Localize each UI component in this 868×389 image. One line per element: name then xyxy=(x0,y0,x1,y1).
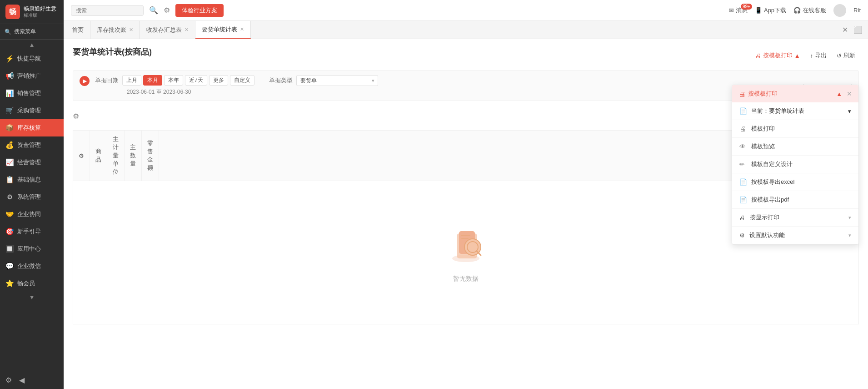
current-template-label: 当前：要货单统计表 xyxy=(751,107,804,115)
dropdown-item-template-custom[interactable]: ✏ 模板自定义设计 xyxy=(732,156,858,173)
tab-order-stats[interactable]: 要货单统计表 ✕ xyxy=(195,21,251,39)
filter-row-type: 单据类型 要货单 xyxy=(269,75,378,86)
sidebar-item-enterprise[interactable]: 🤝 企业协同 xyxy=(0,206,64,223)
dropdown-item-display-print[interactable]: 🖨 按显示打印 ▾ xyxy=(732,209,858,227)
sidebar-item-purchase[interactable]: 🛒 采购管理 xyxy=(0,102,64,119)
refresh-icon: ↺ xyxy=(837,52,842,59)
print-template-btn[interactable]: 🖨 按模板打印 ▲ xyxy=(752,49,804,62)
date-btn-custom[interactable]: 自定义 xyxy=(230,75,254,86)
sidebar-item-label: 基础信息 xyxy=(17,176,41,184)
sidebar-item-vip[interactable]: ⭐ 畅会员 xyxy=(0,275,64,292)
filter-group-type: 单据类型 要货单 xyxy=(269,75,378,86)
display-print-icon: 🖨 xyxy=(739,214,745,221)
refresh-btn[interactable]: ↺ 刷新 xyxy=(833,49,859,62)
tab-order-stats-close[interactable]: ✕ xyxy=(240,26,244,32)
tab-receipt-summary-close[interactable]: ✕ xyxy=(185,27,189,33)
tab-receipt-summary[interactable]: 收发存汇总表 ✕ xyxy=(140,21,195,39)
page-title: 要货单统计表(按商品) xyxy=(73,46,152,57)
sidebar-item-quick-nav[interactable]: ⚡ 快捷导航 xyxy=(0,50,64,67)
app-name: 畅康通好生意 标准版 xyxy=(24,5,56,19)
message-icon: ✉ xyxy=(729,7,734,14)
tab-order-stats-label: 要货单统计表 xyxy=(202,25,237,34)
dropdown-title: 按模板打印 xyxy=(748,90,778,98)
type-select-wrap: 要货单 xyxy=(296,75,378,86)
dropdown-item-export-excel[interactable]: 📄 按模板导出excel xyxy=(732,173,858,191)
table-header-unit: 主计量单位 xyxy=(107,131,125,181)
table-settings-btn[interactable]: ⚙ xyxy=(73,112,79,121)
filter-row-date-range: 2023-06-01 至 2023-06-30 xyxy=(95,88,254,96)
maximize-btn[interactable]: ⬜ xyxy=(852,25,864,35)
empty-text: 暂无数据 xyxy=(453,275,479,283)
table-header-retail-amount: 零售金额 xyxy=(142,131,159,181)
sidebar-item-app-center[interactable]: 🔲 应用中心 xyxy=(0,240,64,258)
sidebar-item-guide[interactable]: 🎯 新手引导 xyxy=(0,223,64,240)
dropdown-close-btn[interactable]: ✕ xyxy=(847,90,852,97)
date-btn-prev-month[interactable]: 上月 xyxy=(122,75,141,86)
table-header-quantity: 主数量 xyxy=(125,131,142,181)
topbar-right: ✉ 消息 99+ 📱 App下载 🎧 在线客服 Rit xyxy=(729,4,861,17)
sidebar-item-label: 企业微信 xyxy=(17,262,41,270)
sidebar-item-system[interactable]: ⚙ 系统管理 xyxy=(0,188,64,206)
online-service-btn[interactable]: 🎧 在线客服 xyxy=(793,6,826,15)
type-select[interactable]: 要货单 xyxy=(296,75,378,86)
sidebar-item-label: 采购管理 xyxy=(17,106,41,115)
basic-info-icon: 📋 xyxy=(5,176,14,184)
dropdown-item-template-print[interactable]: 🖨 模板打印 xyxy=(732,120,858,138)
marketing-icon: 📢 xyxy=(5,72,14,80)
template-preview-icon: 👁 xyxy=(739,143,747,150)
app-logo-icon: 畅 xyxy=(5,5,20,19)
export-btn[interactable]: ↑ 导出 xyxy=(807,49,831,62)
service-icon: 🎧 xyxy=(793,7,801,14)
sidebar-item-wechat[interactable]: 💬 企业微信 xyxy=(0,258,64,275)
sidebar-item-label: 新手引导 xyxy=(17,227,41,236)
quick-nav-icon: ⚡ xyxy=(5,55,14,63)
sidebar-item-label: 销售管理 xyxy=(17,89,41,97)
sidebar-item-finance[interactable]: 💰 资金管理 xyxy=(0,136,64,154)
date-btn-more[interactable]: 更多 xyxy=(209,75,228,86)
tab-batch-ledger-label: 库存批次账 xyxy=(97,26,126,34)
sidebar-navigation: ▲ ⚡ 快捷导航 📢 营销推广 📊 销售管理 🛒 采购管理 📦 库存核算 💰 资… xyxy=(0,40,64,371)
avatar xyxy=(833,4,846,17)
scroll-down-btn[interactable]: ▼ xyxy=(0,292,64,303)
dropdown-header: 🖨 按模板打印 ▲ ✕ xyxy=(732,85,858,102)
settings-bottom-icon[interactable]: ⚙ xyxy=(5,376,12,384)
dropdown-item-default-fn[interactable]: ⚙ 设置默认功能 ▾ xyxy=(732,227,858,244)
messages-btn[interactable]: ✉ 消息 99+ xyxy=(729,6,748,15)
topbar-gear-icon[interactable]: ⚙ xyxy=(164,6,170,15)
sidebar-search[interactable]: 🔍 搜索菜单 xyxy=(0,24,64,40)
sidebar-item-label: 应用中心 xyxy=(17,245,41,253)
search-icon: 🔍 xyxy=(5,29,11,35)
tab-receipt-summary-label: 收发存汇总表 xyxy=(146,26,182,34)
sidebar-item-inventory[interactable]: 📦 库存核算 xyxy=(0,119,64,136)
tab-batch-ledger[interactable]: 库存批次账 ✕ xyxy=(90,21,140,39)
trial-btn[interactable]: 体验行业方案 xyxy=(175,4,224,17)
sidebar-item-operation[interactable]: 📈 经营管理 xyxy=(0,154,64,171)
printer-icon: 🖨 xyxy=(755,52,761,59)
scroll-up-btn[interactable]: ▲ xyxy=(0,40,64,50)
dropdown-item-template-preview[interactable]: 👁 模板预览 xyxy=(732,138,858,156)
table-header-settings[interactable]: ⚙ xyxy=(73,131,90,181)
tab-home[interactable]: 首页 xyxy=(65,21,90,39)
tabbar-actions: ✕ ⬜ xyxy=(837,21,868,39)
date-btn-current-month[interactable]: 本月 xyxy=(143,75,162,86)
chevron-up-icon: ▲ xyxy=(836,91,842,97)
sidebar-item-marketing[interactable]: 📢 营销推广 xyxy=(0,67,64,85)
dropdown-item-export-pdf[interactable]: 📄 按模板导出pdf xyxy=(732,191,858,209)
topbar-search-input[interactable] xyxy=(71,5,144,16)
sidebar-logo: 畅 畅康通好生意 标准版 xyxy=(0,0,64,24)
audio-bottom-icon[interactable]: ◀ xyxy=(19,376,25,384)
sidebar-item-sales[interactable]: 📊 销售管理 xyxy=(0,85,64,102)
filter-toggle-btn[interactable]: ▶ xyxy=(80,76,90,86)
sidebar-item-basic-info[interactable]: 📋 基础信息 xyxy=(0,171,64,188)
tab-batch-ledger-close[interactable]: ✕ xyxy=(129,27,133,33)
template-print-label: 模板打印 xyxy=(751,125,775,133)
date-range-display: 2023-06-01 至 2023-06-30 xyxy=(127,88,191,96)
dropdown-current-template[interactable]: 📄 当前：要货单统计表 ▾ xyxy=(732,102,858,120)
username[interactable]: Rit xyxy=(853,7,861,14)
filter-group-date: 单据日期 上月 本月 本年 近7天 更多 自定义 2023-06-01 至 20… xyxy=(95,75,254,96)
date-btn-7days[interactable]: 近7天 xyxy=(185,75,207,86)
app-download-btn[interactable]: 📱 App下载 xyxy=(755,6,786,15)
date-btn-current-year[interactable]: 本年 xyxy=(164,75,183,86)
close-all-tabs-btn[interactable]: ✕ xyxy=(840,25,850,35)
sidebar-item-label: 营销推广 xyxy=(17,72,41,80)
